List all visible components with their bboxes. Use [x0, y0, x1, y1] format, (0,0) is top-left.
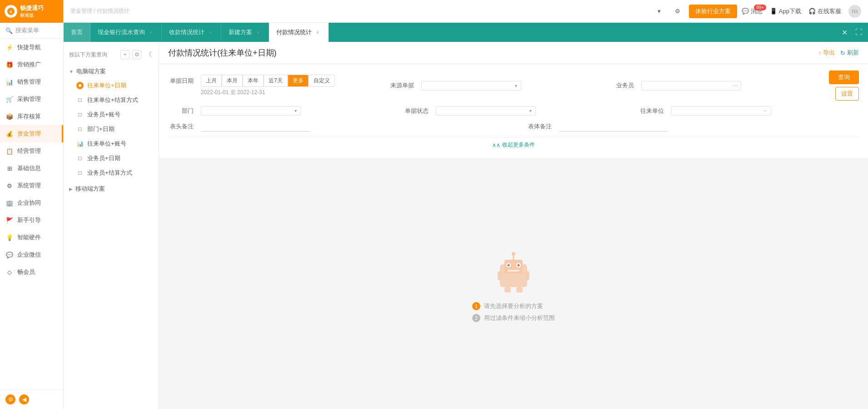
scheme-item-dept-date[interactable]: ⊡ 部门+日期 — [64, 122, 159, 136]
tab-spacer — [329, 23, 835, 42]
collapse-more-btn[interactable]: ∧∧ 收起更多条件 — [168, 137, 859, 152]
page-header: 付款情况统计(往来单位+日期) ↑ 导出 ↻ 刷新 — [159, 42, 868, 64]
date-btn-custom[interactable]: 自定义 — [309, 75, 335, 87]
sidebar-item-marketing[interactable]: 🎁 营销推广 — [0, 56, 63, 73]
docstatus-select[interactable]: ▾ — [436, 106, 536, 116]
hint-text-1: 请先选择要分析的方案 — [484, 302, 543, 310]
sidebar-item-sales[interactable]: 📊 销售管理 — [0, 73, 63, 91]
sidebar-item-member[interactable]: ◇ 畅会员 — [0, 263, 63, 281]
tab-newscheme[interactable]: 新建方案 × — [221, 23, 269, 42]
breadcrumb-dropdown-icon[interactable]: ▾ — [653, 5, 666, 18]
dept-select[interactable]: ▾ — [201, 106, 301, 116]
sidebar-item-guide[interactable]: 🚩 新手引导 — [0, 212, 63, 229]
sidebar-item-purchase[interactable]: 🛒 采购管理 — [0, 91, 63, 108]
tab-maximize-icon[interactable]: ⛶ — [853, 27, 864, 38]
export-label: 导出 — [823, 49, 835, 57]
agent-chevron-down-icon: ··· — [733, 83, 737, 88]
header-remark-input[interactable] — [201, 121, 310, 131]
collapse-sidebar-icon[interactable]: ◀ — [19, 394, 29, 404]
inventory-icon: 📦 — [5, 112, 14, 121]
filter-row-2: 部门 ▾ 单据状态 ▾ 往来单位 — [168, 106, 859, 116]
app-download-btn[interactable]: 📱 App下载 — [770, 7, 801, 15]
scheme-item-agent-account[interactable]: ⊡ 业务员+账号 — [64, 107, 159, 122]
user-avatar[interactable]: Rit — [848, 5, 861, 18]
empty-hints: 1 请先选择要分析的方案 2 用过滤条件来缩小分析范围 — [472, 302, 555, 322]
scheme-item-agent-date[interactable]: ⊡ 业务员+日期 — [64, 151, 159, 166]
date-btn-7days[interactable]: 近7天 — [264, 75, 288, 87]
export-icon: ↑ — [818, 50, 822, 56]
tab-payment[interactable]: 付款情况统计 × — [269, 23, 329, 42]
agent-field-group: 业务员 ··· — [609, 81, 822, 91]
source-select[interactable]: ▾ — [421, 81, 521, 91]
scheme-item-partner-account-label: 往来单位+账号 — [87, 140, 126, 148]
message-btn[interactable]: 💬 消息 99+ — [742, 7, 763, 15]
sidebar-item-operation[interactable]: 📋 经营管理 — [0, 142, 63, 160]
export-btn[interactable]: ↑ 导出 — [818, 49, 835, 57]
scheme-item-partner-account[interactable]: 📊 往来单位+账号 — [64, 136, 159, 151]
sidebar-item-quicknav[interactable]: ⚡ 快捷导航 — [0, 39, 63, 56]
agent-select[interactable]: ··· — [641, 81, 741, 91]
tab-bank-close-icon[interactable]: × — [148, 29, 154, 35]
page-actions: ↑ 导出 ↻ 刷新 — [818, 49, 859, 57]
header-gear-icon[interactable]: ⚙ — [671, 5, 684, 18]
sidebar-item-inventory[interactable]: 📦 库存核算 — [0, 108, 63, 125]
search-menu[interactable]: 🔍 搜索菜单 — [0, 23, 63, 39]
svg-point-14 — [512, 252, 515, 256]
date-btn-this-month[interactable]: 本月 — [222, 75, 243, 87]
partner-select[interactable]: ··· — [671, 106, 771, 116]
scheme-panel-header: 按以下方案查询 + ⚙ 《 — [64, 46, 159, 63]
empty-illustration — [489, 246, 539, 298]
online-service-btn[interactable]: 🎧 在线客服 — [808, 7, 841, 15]
wechat-icon: 💬 — [5, 251, 14, 259]
settings-bottom-icon[interactable]: ⚙ — [5, 394, 15, 404]
sidebar-item-basic[interactable]: ⊞ 基础信息 — [0, 160, 63, 177]
breadcrumb-text: 资金管理 / 付款情况统计 — [70, 7, 130, 15]
scheme-item-partner-date[interactable]: 往来单位+日期 — [64, 78, 159, 93]
sidebar-item-finance-label: 资金管理 — [17, 130, 41, 138]
sidebar-item-finance[interactable]: 💰 资金管理 — [0, 125, 63, 142]
date-btn-more[interactable]: 更多 — [288, 75, 309, 87]
query-btn[interactable]: 查询 — [829, 71, 859, 84]
sidebar-item-marketing-label: 营销推广 — [17, 61, 41, 69]
guide-icon: 🚩 — [5, 216, 14, 224]
scheme-group-desktop-title[interactable]: ▼ 电脑端方案 — [64, 65, 159, 78]
date-btn-last-month[interactable]: 上月 — [201, 75, 222, 87]
refresh-btn[interactable]: ↻ 刷新 — [840, 49, 859, 57]
filter-row-1: 单据日期 上月 本月 本年 近7天 更多 自定义 2022-01-0 — [168, 71, 859, 101]
scheme-group-mobile-title[interactable]: ▶ 移动端方案 — [64, 182, 159, 196]
tab-close-all-icon[interactable]: ✕ — [839, 27, 850, 38]
search-label: 搜索菜单 — [15, 26, 39, 35]
tab-receipt-close-icon[interactable]: × — [207, 29, 214, 35]
sidebar-item-system[interactable]: ⚙ 系统管理 — [0, 177, 63, 194]
scheme-add-icon[interactable]: + — [120, 50, 130, 59]
date-btn-this-year[interactable]: 本年 — [243, 75, 264, 87]
logo-subtitle: 标准版 — [20, 12, 44, 19]
filter-settings-btn[interactable]: 设置 — [835, 87, 859, 101]
sidebar-item-wechat[interactable]: 💬 企业微信 — [0, 246, 63, 263]
tab-payment-close-icon[interactable]: × — [314, 29, 321, 35]
tab-newscheme-close-icon[interactable]: × — [255, 29, 261, 35]
scheme-header-actions: + ⚙ 《 — [120, 50, 153, 59]
svg-rect-8 — [508, 270, 519, 272]
body-remark-input[interactable] — [559, 121, 668, 131]
empty-hint-1: 1 请先选择要分析的方案 — [472, 302, 555, 310]
tab-home[interactable]: 首页 — [64, 23, 90, 42]
sidebar-item-enterprise[interactable]: 🏢 企业协同 — [0, 194, 63, 212]
message-badge: 99+ — [754, 5, 766, 10]
sidebar-item-hardware[interactable]: 💡 智能硬件 — [0, 229, 63, 246]
svg-point-6 — [508, 264, 510, 267]
scheme-active-circle-icon — [76, 82, 84, 89]
tab-receipt[interactable]: 收款情况统计 × — [162, 23, 221, 42]
scheme-item-agent-settle[interactable]: ⊡ 业务员+结算方式 — [64, 166, 159, 180]
scheme-settings-icon[interactable]: ⚙ — [132, 50, 141, 59]
content-area: 按以下方案查询 + ⚙ 《 ▼ 电脑端方案 往来单位+日期 ⊡ — [64, 42, 868, 409]
scheme-item-dept-date-label: 部门+日期 — [87, 125, 115, 133]
scheme-group-desktop: ▼ 电脑端方案 往来单位+日期 ⊡ 往来单位+结算方式 ⊡ 业务员+账号 ⊡ — [64, 65, 159, 180]
scheme-item-partner-settle[interactable]: ⊡ 往来单位+结算方式 — [64, 93, 159, 107]
trial-btn[interactable]: 体验行业方案 — [689, 5, 737, 18]
scheme-group-mobile-label: 移动端方案 — [75, 185, 105, 193]
chevron-up-icon: ∧∧ — [492, 142, 500, 148]
tab-bar: 首页 现金银行流水查询 × 收款情况统计 × 新建方案 × 付款情况统计 × ✕… — [64, 23, 868, 42]
scheme-collapse-icon[interactable]: 《 — [144, 50, 153, 59]
tab-bank[interactable]: 现金银行流水查询 × — [90, 23, 162, 42]
